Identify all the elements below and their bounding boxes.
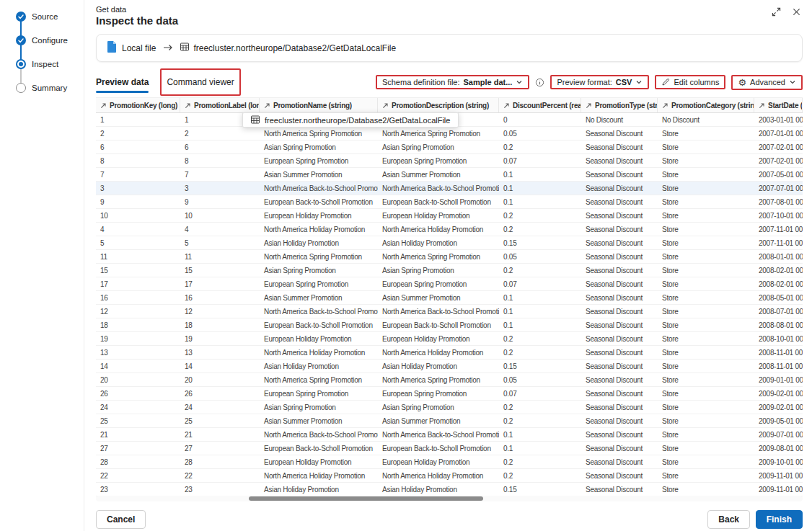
back-button[interactable]: Back [707, 510, 750, 529]
table-cell: Asian Holiday Promotion [260, 483, 378, 496]
horizontal-scrollbar[interactable] [96, 496, 803, 501]
table-row[interactable]: 2828European Holiday PromotionEuropean H… [96, 455, 803, 469]
table-cell: Seasonal Discount [581, 140, 658, 153]
table-row[interactable]: 2424Asian Spring PromotionAsian Spring P… [96, 401, 803, 414]
table-cell: 25 [96, 414, 180, 427]
table-cell: Seasonal Discount [581, 401, 658, 414]
preview-format-dropdown[interactable]: Preview format: CSV [557, 78, 643, 86]
sidebar-step-source[interactable]: Source [0, 4, 84, 28]
column-header-label: PromotionKey (long) [110, 102, 177, 110]
table-cell: Seasonal Discount [581, 291, 658, 304]
table-row[interactable]: 1818European Back-to-Scholl PromotionEur… [96, 318, 803, 332]
table-row[interactable]: 44North America Holiday PromotionNorth A… [96, 223, 803, 236]
table-row[interactable]: 1111North America Spring PromotionNorth … [96, 250, 803, 264]
column-header[interactable]: PromotionDescription (string) [378, 98, 499, 112]
table-cell: Seasonal Discount [581, 360, 658, 372]
table-cell: North America Holiday Promotion [378, 346, 499, 359]
table-row[interactable]: 1616Asian Summer PromotionAsian Summer P… [96, 291, 803, 305]
table-cell: European Spring Promotion [378, 387, 499, 400]
finish-button[interactable]: Finish [756, 510, 803, 529]
table-row[interactable]: 33North America Back-to-School Promotion… [96, 182, 803, 195]
table-cell: 2007-07-01 00:00:00 [754, 182, 803, 195]
column-header[interactable]: PromotionType (string) [581, 98, 658, 112]
table-cell: Seasonal Discount [581, 483, 658, 496]
tab-command-viewer[interactable]: Command viewer [167, 71, 234, 93]
table-row[interactable]: 1515Asian Spring PromotionAsian Spring P… [96, 264, 803, 277]
expand-icon[interactable] [772, 7, 781, 17]
column-header[interactable]: PromotionCategory (string) [658, 98, 754, 112]
table-row[interactable]: 1717European Spring PromotionEuropean Sp… [96, 277, 803, 291]
table-cell: 27 [180, 442, 260, 455]
column-header-label: PromotionDescription (string) [392, 102, 489, 110]
table-row[interactable]: 1010European Holiday PromotionEuropean H… [96, 209, 803, 223]
table-cell: 0.1 [499, 168, 581, 181]
table-row[interactable]: 55Asian Holiday PromotionAsian Holiday P… [96, 236, 803, 250]
column-header[interactable]: PromotionLabel (long) [180, 98, 260, 112]
scrollbar-thumb[interactable] [249, 496, 483, 501]
table-cell: Seasonal Discount [581, 455, 658, 468]
table-cell: Store [658, 332, 754, 345]
chevron-down-icon [516, 79, 523, 86]
table-row[interactable]: 77Asian Summer PromotionAsian Summer Pro… [96, 168, 803, 182]
table-cell: 2 [96, 127, 180, 140]
table-cell: Asian Spring Promotion [378, 401, 499, 414]
table-row[interactable]: 2323Asian Holiday PromotionAsian Holiday… [96, 483, 803, 496]
column-header[interactable]: DiscountPercent (real) [499, 98, 581, 112]
table-cell: 27 [96, 442, 180, 455]
table-row[interactable]: 1919European Holiday PromotionEuropean H… [96, 332, 803, 346]
table-cell: Asian Spring Promotion [260, 140, 378, 153]
table-row[interactable]: 2020North America Spring PromotionNorth … [96, 373, 803, 387]
table-cell: 0.2 [499, 264, 581, 277]
table-row[interactable]: 66Asian Spring PromotionAsian Spring Pro… [96, 140, 803, 154]
table-cell: 0.2 [499, 414, 581, 427]
table-row[interactable]: 2222North America Holiday PromotionNorth… [96, 469, 803, 483]
table-row[interactable]: 2525Asian Summer PromotionAsian Summer P… [96, 414, 803, 428]
close-icon[interactable] [793, 8, 800, 16]
sidebar-step-configure[interactable]: Configure [0, 28, 84, 52]
table-cell: 2007-02-01 00:00:00 [754, 154, 803, 167]
sidebar-step-summary[interactable]: Summary [0, 76, 84, 99]
table-row[interactable]: 2727European Back-to-Scholl PromotionEur… [96, 442, 803, 455]
table-cell: Store [658, 318, 754, 331]
table-row[interactable]: 1414Asian Holiday PromotionAsian Holiday… [96, 360, 803, 373]
table-cell: Seasonal Discount [581, 154, 658, 167]
table-cell: Seasonal Discount [581, 469, 658, 482]
table-cell: 2009-05-01 00:00:00 [754, 414, 803, 427]
edit-columns-button[interactable]: Edit columns [661, 78, 719, 86]
source-chip[interactable]: Local file [107, 40, 156, 55]
column-header[interactable]: StartDate (datetime) [754, 98, 803, 112]
target-table-label: freecluster.northeurope/Database2/GetDat… [193, 43, 396, 53]
table-cell: Seasonal Discount [581, 264, 658, 277]
table-cell: 7 [180, 168, 260, 181]
table-cell: 17 [180, 277, 260, 290]
advanced-button[interactable]: ⚙ Advanced [738, 78, 796, 87]
table-row[interactable]: 22North America Spring PromotionNorth Am… [96, 127, 803, 140]
table-cell: North America Back-to-School Promotion [378, 305, 499, 318]
table-cell: European Spring Promotion [260, 277, 378, 290]
column-header[interactable]: PromotionKey (long) [96, 98, 180, 112]
table-row[interactable]: 1212North America Back-to-School Promoti… [96, 305, 803, 318]
table-cell: Store [658, 401, 754, 414]
tooltip-text: freecluster.northeurope/Database2/GetDat… [265, 116, 450, 125]
gear-icon: ⚙ [738, 78, 746, 87]
column-header[interactable]: PromotionName (string) [260, 98, 378, 112]
schema-definition-dropdown[interactable]: Schema definition file: Sample dat... [382, 78, 523, 86]
table-row[interactable]: 88European Spring PromotionEuropean Spri… [96, 154, 803, 168]
table-row[interactable]: 1313North America Holiday PromotionNorth… [96, 346, 803, 360]
table-row[interactable]: 2121North America Back-to-School Promoti… [96, 428, 803, 442]
table-cell: Asian Summer Promotion [378, 168, 499, 181]
table-row[interactable]: 99European Back-to-Scholl PromotionEurop… [96, 195, 803, 209]
table-cell: Asian Summer Promotion [260, 168, 378, 181]
annotation-highlight: Schema definition file: Sample dat... [376, 75, 529, 89]
sidebar-step-inspect[interactable]: Inspect [0, 52, 84, 76]
cancel-button[interactable]: Cancel [96, 510, 146, 529]
table-cell: Seasonal Discount [581, 442, 658, 455]
info-icon[interactable] [535, 78, 544, 87]
target-chip[interactable]: freecluster.northeurope/Database2/GetDat… [180, 43, 396, 53]
table-body: 110No DiscountNo Discount2003-01-01 00:0… [96, 113, 803, 496]
table-row[interactable]: 2626European Spring PromotionEuropean Sp… [96, 387, 803, 401]
table-cell: Store [658, 360, 754, 372]
tab-preview-data[interactable]: Preview data [96, 71, 149, 93]
table-cell: 0.2 [499, 209, 581, 222]
table-cell: North America Holiday Promotion [260, 469, 378, 482]
